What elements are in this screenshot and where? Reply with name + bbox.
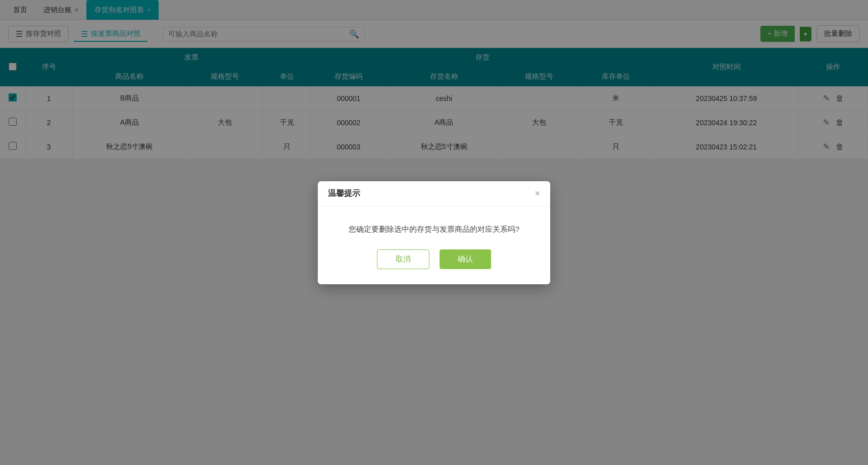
dialog: 温馨提示 × 您确定要删除选中的存货与发票商品的对应关系吗? 取消 确认 bbox=[318, 181, 550, 284]
dialog-confirm-button[interactable]: 确认 bbox=[440, 249, 491, 269]
dialog-close-button[interactable]: × bbox=[535, 188, 540, 199]
dialog-cancel-button[interactable]: 取消 bbox=[377, 249, 429, 269]
dialog-body: 您确定要删除选中的存货与发票商品的对应关系吗? bbox=[318, 206, 550, 249]
dialog-title: 温馨提示 bbox=[328, 188, 360, 199]
dialog-message: 您确定要删除选中的存货与发票商品的对应关系吗? bbox=[349, 225, 519, 233]
dialog-overlay: 温馨提示 × 您确定要删除选中的存货与发票商品的对应关系吗? 取消 确认 bbox=[0, 0, 868, 465]
dialog-footer: 取消 确认 bbox=[318, 249, 550, 284]
dialog-header: 温馨提示 × bbox=[318, 181, 550, 206]
